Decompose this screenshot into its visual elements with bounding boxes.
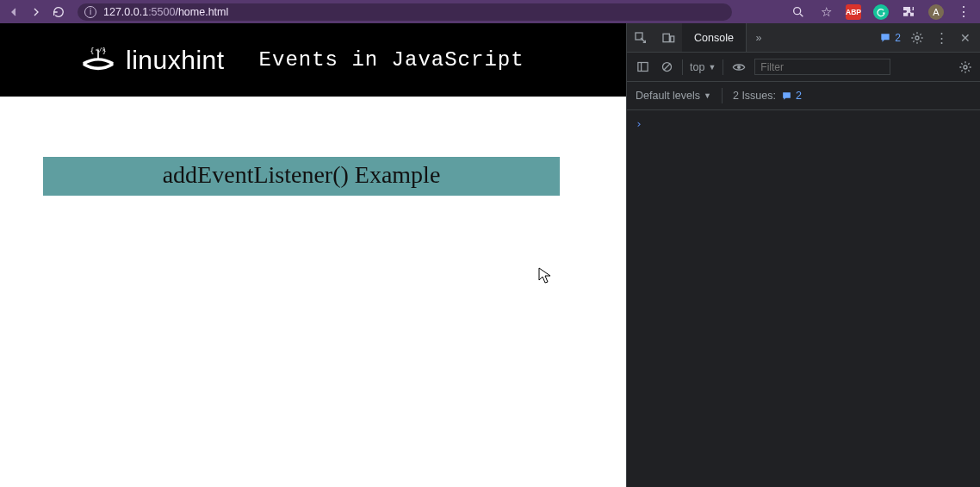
tabs-overflow-icon[interactable]: » xyxy=(747,23,771,52)
svg-point-9 xyxy=(915,36,919,40)
issues-label: 2 Issues: xyxy=(733,90,776,102)
console-prompt-icon: › xyxy=(636,117,642,130)
svg-text:</>: </> xyxy=(96,47,106,53)
svg-rect-7 xyxy=(663,34,669,41)
inspect-element-icon[interactable] xyxy=(627,23,654,52)
rendered-page: { } </> linuxhint Events in JavaScript a… xyxy=(0,23,626,487)
page-header-title: Events in JavaScript xyxy=(259,48,524,72)
extensions-icon[interactable] xyxy=(901,4,916,20)
console-subbar: Default levels ▼ 2 Issues: 2 xyxy=(627,82,980,110)
zoom-icon[interactable] xyxy=(791,4,806,20)
issues-count: 2 xyxy=(796,90,802,102)
svg-line-13 xyxy=(663,64,670,71)
issues-link[interactable]: 2 Issues: 2 xyxy=(733,90,802,102)
clear-console-icon[interactable] xyxy=(658,60,675,73)
site-logo-text: linuxhint xyxy=(126,46,225,75)
svg-text:{: { xyxy=(90,47,94,55)
browser-right-icons: ☆ ABP A ⋮ xyxy=(791,4,975,20)
device-toolbar-icon[interactable] xyxy=(654,23,682,52)
console-settings-icon[interactable] xyxy=(958,59,973,75)
chevron-down-icon: ▼ xyxy=(704,91,711,100)
mouse-cursor-icon xyxy=(538,267,552,289)
messages-badge[interactable]: 2 xyxy=(879,32,901,44)
browser-menu-icon[interactable]: ⋮ xyxy=(956,4,971,20)
devtools-settings-icon[interactable] xyxy=(909,30,925,46)
execution-context-selector[interactable]: top ▼ xyxy=(690,61,716,73)
messages-count: 2 xyxy=(895,32,901,44)
site-logo: { } </> linuxhint xyxy=(78,40,225,81)
svg-point-15 xyxy=(964,66,967,69)
svg-line-1 xyxy=(800,14,803,16)
extension-grammarly-icon[interactable] xyxy=(873,4,889,20)
page-header: { } </> linuxhint Events in JavaScript xyxy=(0,23,626,97)
console-sidebar-toggle-icon[interactable] xyxy=(634,60,651,73)
toolbar-divider xyxy=(723,59,723,75)
svg-rect-10 xyxy=(637,63,647,72)
default-levels-label: Default levels xyxy=(636,90,700,102)
url-port: :5500 xyxy=(148,6,175,18)
url-host: 127.0.0.1 xyxy=(103,6,148,18)
example-heading: addEventListener() Example xyxy=(43,157,560,196)
profile-avatar[interactable]: A xyxy=(928,4,944,20)
address-bar[interactable]: i 127.0.0.1:5500/home.html xyxy=(78,3,732,21)
url-path: /home.html xyxy=(175,6,228,18)
page-body: addEventListener() Example xyxy=(0,97,626,487)
devtools-tabbar: Console » 2 ⋮ ✕ xyxy=(627,23,980,53)
devtools-panel: Console » 2 ⋮ ✕ t xyxy=(626,23,980,487)
svg-point-0 xyxy=(794,7,801,14)
console-output[interactable]: › xyxy=(627,110,980,487)
svg-point-14 xyxy=(737,66,741,69)
devtools-close-icon[interactable]: ✕ xyxy=(958,30,973,46)
live-expression-icon[interactable] xyxy=(730,60,747,74)
tab-console[interactable]: Console xyxy=(682,23,747,52)
browser-toolbar: i 127.0.0.1:5500/home.html ☆ ABP A ⋮ xyxy=(0,0,980,23)
bookmark-star-icon[interactable]: ☆ xyxy=(818,4,834,20)
console-filter-input[interactable] xyxy=(754,59,890,75)
linuxhint-logo-icon: { } </> xyxy=(78,40,119,81)
reload-button[interactable] xyxy=(50,3,67,21)
log-levels-selector[interactable]: Default levels ▼ xyxy=(636,90,711,102)
extension-abp-icon[interactable]: ABP xyxy=(846,4,861,20)
toolbar-divider xyxy=(722,88,723,103)
devtools-menu-icon[interactable]: ⋮ xyxy=(933,30,949,46)
site-info-icon[interactable]: i xyxy=(84,6,96,18)
forward-button[interactable] xyxy=(28,3,45,21)
back-button[interactable] xyxy=(5,3,22,21)
svg-rect-8 xyxy=(671,36,674,42)
context-label: top xyxy=(690,61,704,73)
toolbar-divider xyxy=(682,59,683,75)
chevron-down-icon: ▼ xyxy=(708,63,716,72)
console-toolbar: top ▼ xyxy=(627,53,980,82)
